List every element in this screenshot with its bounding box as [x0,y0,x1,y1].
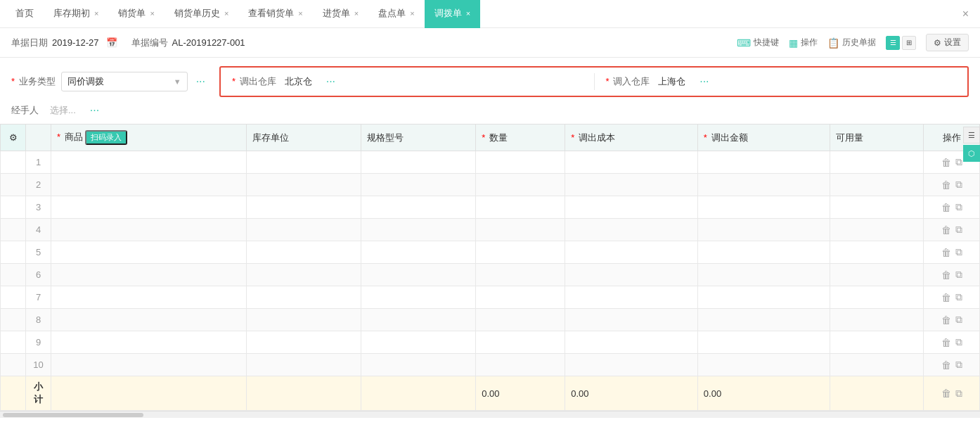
row-product-cell[interactable] [51,264,247,286]
row-amount-cell[interactable] [697,241,830,264]
row-amount-cell[interactable] [697,286,830,309]
copy-icon[interactable]: ⧉ [955,359,962,371]
copy-icon[interactable]: ⧉ [955,291,962,303]
delete-icon[interactable]: 🗑 [941,337,951,348]
tab-sales-order-close[interactable]: × [150,9,154,18]
row-amount-cell[interactable] [697,196,830,219]
row-quantity-cell[interactable] [476,331,565,354]
row-spec-cell[interactable] [361,354,475,376]
row-cost-cell[interactable] [565,174,698,196]
row-available-cell[interactable] [830,309,924,331]
row-product-cell[interactable] [51,151,247,174]
row-amount-cell[interactable] [697,309,830,331]
delete-icon[interactable]: 🗑 [941,202,951,213]
person-more-icon[interactable]: ··· [87,104,102,117]
business-type-more-icon[interactable]: ··· [193,75,208,88]
tab-purchase-close[interactable]: × [354,9,359,18]
row-amount-cell[interactable] [697,264,830,286]
row-quantity-cell[interactable] [476,264,565,286]
tab-view-sales[interactable]: 查看销货单 × [238,0,312,28]
delete-icon[interactable]: 🗑 [941,247,951,258]
row-quantity-cell[interactable] [476,286,565,309]
setting-button[interactable]: ⚙ 设置 [926,34,969,51]
row-product-cell[interactable] [51,219,247,241]
tab-stocktake[interactable]: 盘点单 × [368,0,424,28]
row-unit-cell[interactable] [246,286,361,309]
row-spec-cell[interactable] [361,264,475,286]
row-cost-cell[interactable] [565,309,698,331]
row-quantity-cell[interactable] [476,354,565,376]
row-unit-cell[interactable] [246,241,361,264]
row-available-cell[interactable] [830,196,924,219]
tab-view-sales-close[interactable]: × [298,9,302,18]
row-available-cell[interactable] [830,354,924,376]
tab-home[interactable]: 首页 [6,0,44,28]
subtotal-delete-icon[interactable]: 🗑 [941,388,951,399]
list-layout-icon[interactable]: ☰ [886,36,900,50]
shortcut-button[interactable]: ⌨ 快捷键 [737,37,779,49]
delete-icon[interactable]: 🗑 [941,314,951,326]
tab-sales-order[interactable]: 销货单 × [108,0,164,28]
row-cost-cell[interactable] [565,196,698,219]
calendar-icon[interactable]: 📅 [106,37,117,48]
delete-icon[interactable]: 🗑 [941,157,951,168]
tab-sales-history-close[interactable]: × [224,9,228,18]
copy-icon[interactable]: ⧉ [955,314,962,326]
history-button[interactable]: 📋 历史单据 [827,37,876,49]
row-product-cell[interactable] [51,174,247,196]
side-list-icon[interactable]: ☰ [963,127,980,144]
row-spec-cell[interactable] [361,196,475,219]
delete-icon[interactable]: 🗑 [941,179,951,191]
delete-icon[interactable]: 🗑 [941,359,951,371]
row-product-cell[interactable] [51,241,247,264]
row-spec-cell[interactable] [361,151,475,174]
row-product-cell[interactable] [51,309,247,331]
copy-icon[interactable]: ⧉ [955,201,962,213]
row-quantity-cell[interactable] [476,151,565,174]
row-spec-cell[interactable] [361,331,475,354]
scrollbar-thumb[interactable] [3,413,143,417]
tab-sales-history[interactable]: 销货单历史 × [165,0,238,28]
row-available-cell[interactable] [830,219,924,241]
tab-transfer-close[interactable]: × [466,9,470,18]
row-amount-cell[interactable] [697,174,830,196]
row-product-cell[interactable] [51,331,247,354]
tab-purchase[interactable]: 进货单 × [313,0,368,28]
row-product-cell[interactable] [51,354,247,376]
transfer-in-value[interactable]: 上海仓 [658,75,685,88]
th-settings[interactable]: ⚙ [1,125,26,151]
copy-icon[interactable]: ⧉ [955,156,962,168]
row-amount-cell[interactable] [697,219,830,241]
row-spec-cell[interactable] [361,309,475,331]
row-product-cell[interactable] [51,286,247,309]
copy-icon[interactable]: ⧉ [955,224,962,236]
subtotal-copy-icon[interactable]: ⧉ [955,388,962,400]
row-cost-cell[interactable] [565,286,698,309]
row-unit-cell[interactable] [246,264,361,286]
row-unit-cell[interactable] [246,354,361,376]
row-available-cell[interactable] [830,174,924,196]
delete-icon[interactable]: 🗑 [941,269,951,281]
row-product-cell[interactable] [51,196,247,219]
row-available-cell[interactable] [830,151,924,174]
tab-stocktake-close[interactable]: × [410,9,414,18]
delete-icon[interactable]: 🗑 [941,224,951,236]
row-cost-cell[interactable] [565,354,698,376]
row-amount-cell[interactable] [697,354,830,376]
tab-inventory-init-close[interactable]: × [94,9,98,18]
copy-icon[interactable]: ⧉ [955,269,962,281]
operation-button[interactable]: ▦ 操作 [789,37,818,49]
transfer-in-more-icon[interactable]: ··· [697,75,711,88]
row-cost-cell[interactable] [565,151,698,174]
row-unit-cell[interactable] [246,219,361,241]
row-unit-cell[interactable] [246,174,361,196]
row-quantity-cell[interactable] [476,241,565,264]
business-type-select[interactable]: 同价调拨 ▼ [61,72,188,91]
row-spec-cell[interactable] [361,286,475,309]
row-available-cell[interactable] [830,331,924,354]
row-cost-cell[interactable] [565,264,698,286]
row-cost-cell[interactable] [565,331,698,354]
copy-icon[interactable]: ⧉ [955,246,962,258]
row-unit-cell[interactable] [246,331,361,354]
row-available-cell[interactable] [830,264,924,286]
